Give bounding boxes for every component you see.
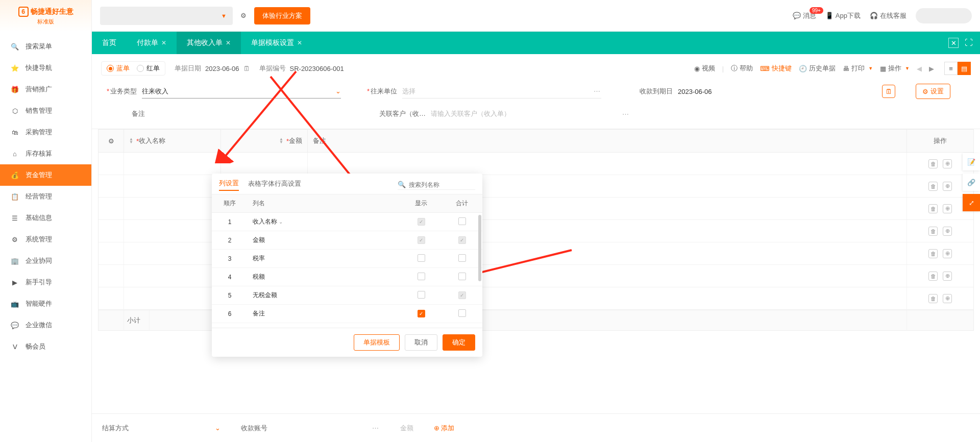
sidebar-item[interactable]: 🏢企业协同 <box>0 250 91 272</box>
col-income-name[interactable]: ▲▼ *收入名称 <box>124 130 221 152</box>
delete-icon[interactable]: 🗑 <box>928 272 938 281</box>
add-button[interactable]: ⊕添加 <box>434 424 454 433</box>
sidebar-item[interactable]: 🎁营销推广 <box>0 79 91 100</box>
copy-icon[interactable]: ⊕ <box>943 159 952 168</box>
tab[interactable]: 单据模板设置✕ <box>241 32 312 54</box>
close-icon[interactable]: ✕ <box>161 39 166 46</box>
sidebar-item[interactable]: ⚙系统管理 <box>0 229 91 250</box>
sidebar-item[interactable]: ☰基础信息 <box>0 207 91 229</box>
checkbox[interactable] <box>418 218 425 226</box>
delete-icon[interactable]: 🗑 <box>928 182 938 191</box>
checkbox[interactable] <box>458 236 466 244</box>
next-icon[interactable]: ▶ <box>929 65 934 72</box>
delete-icon[interactable]: 🗑 <box>928 159 938 168</box>
checkbox[interactable] <box>458 291 466 299</box>
radio-red[interactable]: 红单 <box>137 64 160 73</box>
app-download-link[interactable]: 📱 App下载 <box>825 11 861 20</box>
account-selector[interactable]: ▼ <box>100 7 233 25</box>
checkbox[interactable] <box>458 254 466 262</box>
scrollbar[interactable] <box>478 215 481 281</box>
tab-font-row-height[interactable]: 表格字体行高设置 <box>248 179 301 190</box>
sidebar-item[interactable]: 💰资金管理 <box>0 164 91 186</box>
checkbox[interactable] <box>418 273 425 280</box>
sidebar-item[interactable]: 💬企业微信 <box>0 314 91 336</box>
prev-icon[interactable]: ◀ <box>917 65 922 72</box>
view-card[interactable]: ▤ <box>958 62 971 75</box>
service-link[interactable]: 🎧 在线客服 <box>870 11 906 20</box>
sidebar-item[interactable]: ▶新手引导 <box>0 272 91 293</box>
tab[interactable]: 付款单✕ <box>127 32 177 54</box>
more-icon[interactable]: ⋯ <box>372 424 380 432</box>
col-remark[interactable]: 备注 <box>308 130 907 152</box>
sidebar-item[interactable]: 🛍采购管理 <box>0 121 91 143</box>
checkbox[interactable] <box>458 217 466 225</box>
help-link[interactable]: ⓘ帮助 <box>731 64 753 73</box>
calendar-button[interactable]: 🗓 <box>882 85 895 98</box>
radio-blue[interactable]: 蓝单 <box>107 64 130 73</box>
checkbox[interactable] <box>458 273 466 280</box>
due-date-input[interactable]: 2023-06-06 <box>678 86 862 97</box>
delete-icon[interactable]: 🗑 <box>928 227 938 236</box>
note-icon[interactable]: 📝 <box>963 153 980 170</box>
copy-icon[interactable]: ⊕ <box>943 204 952 213</box>
expand-tool-icon[interactable]: ⤢ <box>963 194 980 211</box>
delete-icon[interactable]: 🗑 <box>928 249 938 258</box>
print-link[interactable]: 🖶打印▼ <box>843 64 873 73</box>
checkbox[interactable] <box>418 254 425 262</box>
bill-date-value[interactable]: 2023-06-06 <box>205 65 239 72</box>
cta-button[interactable]: 体验行业方案 <box>254 7 310 24</box>
messages-link[interactable]: 💬 消息 99+ <box>793 11 816 20</box>
checkbox[interactable] <box>418 310 425 317</box>
copy-icon[interactable]: ⊕ <box>943 249 952 258</box>
checkbox[interactable] <box>458 309 466 317</box>
more-icon[interactable]: ⋯ <box>594 87 601 95</box>
ok-button[interactable]: 确定 <box>443 334 475 351</box>
table-row[interactable]: 🗑⊕ <box>99 153 973 175</box>
sidebar-item[interactable]: 📺智能硬件 <box>0 293 91 314</box>
tab[interactable]: 首页 <box>92 32 127 54</box>
checkbox[interactable] <box>458 328 466 328</box>
biz-type-input[interactable]: 往来收入 ⌄ <box>142 85 341 99</box>
view-list[interactable]: ≡ <box>944 62 958 75</box>
popover-search[interactable]: 🔍 <box>398 180 475 190</box>
checkbox[interactable] <box>418 291 425 299</box>
delete-icon[interactable]: 🗑 <box>928 294 938 303</box>
sidebar-item[interactable]: ⌂库存核算 <box>0 143 91 164</box>
checkbox[interactable] <box>418 236 425 244</box>
close-icon[interactable]: ✕ <box>226 39 231 46</box>
chevron-down-icon[interactable]: ⌄ <box>279 219 283 225</box>
user-avatar[interactable] <box>916 8 972 23</box>
cancel-button[interactable]: 取消 <box>405 334 437 351</box>
copy-icon[interactable]: ⊕ <box>943 182 952 191</box>
shortcut-link[interactable]: ⌨快捷键 <box>760 64 792 73</box>
col-amount[interactable]: ▲▼ *金额 <box>221 130 308 152</box>
tab-column-settings[interactable]: 列设置 <box>219 179 239 191</box>
operate-link[interactable]: ▦操作▼ <box>880 64 910 73</box>
close-tab-icon[interactable]: ✕ <box>948 38 959 48</box>
partner-input[interactable]: 选择 ⋯ <box>402 85 601 99</box>
copy-icon[interactable]: ⊕ <box>943 272 952 281</box>
delete-icon[interactable]: 🗑 <box>928 204 938 213</box>
video-link[interactable]: ◉视频 <box>694 64 715 73</box>
history-link[interactable]: 🕘历史单据 <box>799 64 836 73</box>
expand-icon[interactable]: ⛶ <box>964 38 974 48</box>
field-account[interactable]: 收款账号 ⋯ <box>241 422 380 434</box>
copy-icon[interactable]: ⊕ <box>943 294 952 303</box>
search-input[interactable] <box>409 181 475 188</box>
sidebar-item[interactable]: Ⅴ畅会员 <box>0 336 91 357</box>
sidebar-item[interactable]: ⬡销售管理 <box>0 100 91 121</box>
calendar-icon[interactable]: 🗓 <box>243 65 250 72</box>
template-button[interactable]: 单据模板 <box>354 334 400 351</box>
rel-cust-input[interactable]: 请输入关联客户（收入单） ⋯ <box>431 107 630 120</box>
tab[interactable]: 其他收入单✕ <box>177 32 241 54</box>
settings-button[interactable]: ⚙设置 <box>916 84 950 99</box>
column-settings-button[interactable]: ⚙ <box>99 130 124 152</box>
more-icon[interactable]: ⋯ <box>622 110 630 118</box>
link-icon[interactable]: 🔗 <box>963 174 980 191</box>
close-icon[interactable]: ✕ <box>297 39 302 46</box>
sidebar-item[interactable]: ⭐快捷导航 <box>0 57 91 79</box>
field-settle-method[interactable]: 结算方式 ⌄ <box>102 422 220 434</box>
copy-icon[interactable]: ⊕ <box>943 227 952 236</box>
checkbox[interactable] <box>418 328 425 328</box>
remark-input[interactable] <box>150 112 349 116</box>
